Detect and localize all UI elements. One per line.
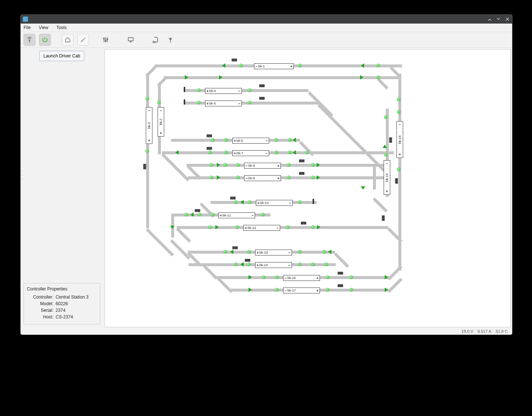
- home-button[interactable]: [62, 34, 74, 46]
- switch-led[interactable]: [288, 151, 292, 154]
- switch-led[interactable]: [247, 262, 251, 266]
- track-sensor[interactable]: [259, 97, 265, 100]
- splitter-handle[interactable]: [21, 170, 23, 179]
- block-bk1[interactable]: −bk-1+: [254, 63, 294, 69]
- block-bk10[interactable]: +bk-10−: [256, 200, 293, 206]
- switch-led[interactable]: [326, 275, 330, 279]
- switch-led[interactable]: [298, 250, 302, 254]
- switch-led[interactable]: [247, 250, 251, 254]
- switch-led[interactable]: [287, 163, 290, 167]
- switch-led[interactable]: [324, 262, 328, 266]
- switch-led[interactable]: [298, 200, 302, 204]
- monitor-button[interactable]: [125, 34, 136, 45]
- switch-led[interactable]: [239, 64, 243, 67]
- block-bk17[interactable]: −bk-17+: [283, 288, 320, 293]
- block-bk11[interactable]: +bk-11−: [218, 212, 255, 218]
- menu-view[interactable]: View: [37, 24, 50, 31]
- titlebar[interactable]: [21, 15, 512, 24]
- switch-led[interactable]: [275, 275, 279, 279]
- switch-led[interactable]: [224, 151, 228, 154]
- block-bk3[interactable]: −bk-3+: [146, 107, 152, 144]
- track-sensor[interactable]: [245, 259, 250, 262]
- block-bk9[interactable]: −bk-9+: [244, 175, 281, 181]
- block-bk18[interactable]: −bk-18+: [397, 121, 403, 158]
- track-sensor[interactable]: [232, 59, 237, 61]
- switch-led[interactable]: [376, 64, 380, 67]
- switch-led[interactable]: [145, 97, 149, 101]
- block-bk5[interactable]: +bk-5−: [205, 101, 242, 106]
- switch-led[interactable]: [145, 149, 149, 153]
- switch-led[interactable]: [311, 225, 315, 229]
- track-sensor[interactable]: [207, 134, 212, 137]
- switch-led[interactable]: [184, 213, 188, 216]
- switch-led[interactable]: [234, 200, 237, 204]
- switch-led[interactable]: [349, 288, 353, 292]
- connect-button[interactable]: [24, 34, 35, 46]
- track-sensor[interactable]: [338, 284, 343, 287]
- switch-led[interactable]: [305, 151, 309, 154]
- switch-led[interactable]: [376, 75, 380, 79]
- switch-led[interactable]: [211, 213, 215, 216]
- menu-tools[interactable]: Tools: [55, 24, 68, 31]
- switch-led[interactable]: [275, 288, 279, 292]
- menu-file[interactable]: File: [22, 24, 32, 31]
- switch-led[interactable]: [322, 250, 326, 254]
- track-sensor[interactable]: [301, 222, 306, 225]
- block-bk7[interactable]: +bk-7−: [232, 150, 269, 156]
- switch-led[interactable]: [197, 101, 201, 105]
- power-button[interactable]: [39, 34, 51, 46]
- switch-led[interactable]: [224, 138, 228, 142]
- switch-led[interactable]: [211, 138, 215, 142]
- close-button[interactable]: [505, 17, 510, 22]
- launch-driver-cab-button[interactable]: Launch Driver Cab: [39, 51, 84, 61]
- switch-led[interactable]: [157, 101, 161, 104]
- switch-led[interactable]: [209, 163, 213, 167]
- switch-led[interactable]: [262, 275, 265, 279]
- track-sensor[interactable]: [395, 178, 398, 184]
- switch-led[interactable]: [197, 88, 201, 92]
- switch-led[interactable]: [384, 153, 388, 156]
- switch-led[interactable]: [236, 163, 240, 167]
- switch-led[interactable]: [397, 110, 401, 114]
- switch-led[interactable]: [209, 176, 213, 179]
- switch-led[interactable]: [223, 163, 227, 167]
- switch-led[interactable]: [288, 138, 292, 142]
- switch-led[interactable]: [234, 262, 237, 266]
- maximize-button[interactable]: [496, 17, 501, 22]
- switch-led[interactable]: [208, 225, 212, 229]
- switch-led[interactable]: [223, 250, 227, 254]
- block-bk6[interactable]: +bk-6−: [232, 138, 269, 144]
- switch-led[interactable]: [236, 176, 240, 179]
- switch-led[interactable]: [384, 115, 388, 119]
- switch-led[interactable]: [311, 163, 315, 167]
- track-sensor[interactable]: [195, 209, 200, 212]
- switch-led[interactable]: [286, 225, 290, 229]
- track-sensor[interactable]: [259, 84, 265, 87]
- block-bk13[interactable]: +bk-13−: [255, 250, 292, 255]
- block-bk15[interactable]: −bk-15+: [384, 160, 390, 195]
- track-sensor[interactable]: [382, 215, 385, 221]
- switch-led[interactable]: [248, 200, 251, 204]
- track-sensor[interactable]: [299, 159, 304, 162]
- track-sensor[interactable]: [299, 172, 304, 175]
- minimize-button[interactable]: [487, 17, 492, 22]
- block-bk14[interactable]: +bk-14−: [255, 262, 292, 268]
- switch-led[interactable]: [248, 101, 251, 105]
- block-bk2[interactable]: −bk-2+: [158, 107, 164, 137]
- track-sensor[interactable]: [230, 197, 236, 200]
- switch-led[interactable]: [248, 88, 251, 92]
- switch-led[interactable]: [326, 288, 330, 292]
- switch-led[interactable]: [274, 151, 278, 154]
- track-sensor[interactable]: [232, 246, 238, 249]
- switch-led[interactable]: [235, 225, 239, 229]
- switch-led[interactable]: [287, 176, 290, 179]
- track-sensor[interactable]: [207, 147, 212, 150]
- track-sensor[interactable]: [143, 164, 146, 169]
- sync-button[interactable]: [150, 34, 161, 45]
- switch-led[interactable]: [311, 176, 315, 179]
- track-sensor[interactable]: [389, 137, 392, 143]
- track-sensor[interactable]: [338, 272, 343, 275]
- switch-led[interactable]: [298, 64, 302, 67]
- block-bk12[interactable]: +bk-12−: [243, 225, 280, 231]
- settings-button[interactable]: [100, 34, 111, 45]
